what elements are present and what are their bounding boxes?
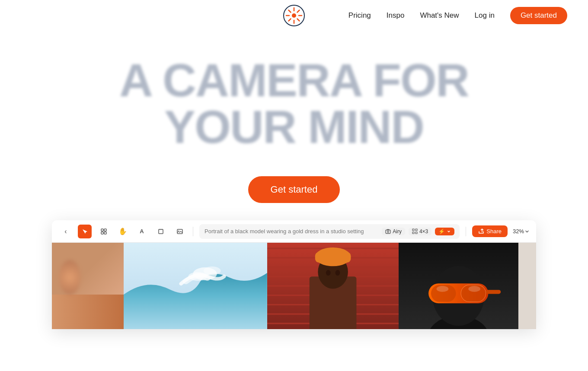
toolbar-divider-2	[466, 227, 466, 236]
nav-link-whats-new[interactable]: What's New	[420, 11, 459, 20]
svg-line-7	[297, 19, 300, 21]
svg-rect-51	[486, 290, 501, 294]
photo-cell-5	[518, 243, 536, 329]
svg-rect-22	[415, 232, 417, 234]
toolbar-share-button[interactable]: Share	[472, 225, 508, 237]
canvas-area	[52, 243, 536, 329]
toolbar-prompt-wrap: Airy 4×3 ⚡	[199, 224, 460, 239]
svg-rect-11	[104, 229, 106, 231]
svg-point-42	[335, 270, 340, 276]
toolbar-camera-label: Airy	[393, 228, 402, 235]
photo-strip	[52, 243, 536, 329]
svg-point-26	[188, 272, 207, 281]
svg-rect-20	[415, 229, 417, 231]
svg-point-18	[387, 231, 389, 233]
svg-point-25	[204, 266, 221, 275]
svg-rect-15	[177, 229, 182, 234]
toolbar: ‹ ✋ A	[52, 220, 536, 243]
toolbar-divider-1	[193, 227, 193, 236]
toolbar-camera-tag[interactable]: Airy	[382, 228, 405, 235]
hero-cta-button[interactable]: Get started	[248, 176, 340, 203]
toolbar-shape-tool[interactable]	[154, 225, 168, 238]
toolbar-pan-tool[interactable]: ✋	[116, 225, 130, 238]
svg-rect-13	[104, 232, 106, 234]
nav-link-pricing[interactable]: Pricing	[348, 11, 371, 20]
photo-cell-3	[267, 243, 399, 329]
hero-title: A CAMERA FOR YOUR MIND	[119, 57, 469, 150]
photo-cell-4	[399, 243, 518, 329]
photo-cell-1	[52, 243, 124, 329]
svg-line-9	[289, 19, 291, 21]
toolbar-image-tool[interactable]	[173, 225, 187, 238]
flash-icon: ⚡	[438, 228, 445, 235]
hero-title-line2: YOUR MIND	[164, 101, 424, 153]
nav-link-inspo[interactable]: Inspo	[387, 11, 405, 20]
photo-cell-2	[124, 243, 267, 329]
svg-rect-19	[412, 229, 414, 231]
toolbar-grid-label: 4×3	[419, 228, 428, 235]
toolbar-text-tool[interactable]: A	[135, 225, 149, 238]
share-label: Share	[486, 228, 502, 235]
svg-rect-21	[412, 232, 414, 234]
app-preview: ‹ ✋ A	[52, 220, 536, 329]
toolbar-generate-tag[interactable]: ⚡	[435, 228, 454, 235]
get-started-nav-button[interactable]: Get started	[510, 7, 567, 24]
svg-point-50	[468, 286, 480, 292]
nav-logo[interactable]	[283, 4, 305, 27]
svg-line-6	[289, 10, 291, 13]
svg-rect-17	[386, 230, 390, 234]
hero-section: A CAMERA FOR YOUR MIND Get started	[0, 31, 588, 220]
svg-point-49	[437, 286, 449, 292]
login-button[interactable]: Log in	[475, 11, 495, 20]
svg-rect-12	[101, 232, 103, 234]
svg-line-8	[297, 10, 300, 13]
toolbar-select-tool[interactable]	[78, 225, 92, 238]
svg-point-16	[179, 230, 179, 231]
svg-rect-40	[315, 252, 351, 263]
toolbar-back-button[interactable]: ‹	[59, 225, 73, 238]
toolbar-grid-tool[interactable]	[97, 225, 111, 238]
svg-point-1	[292, 13, 296, 18]
svg-point-41	[326, 270, 331, 276]
navbar: Pricing Inspo What's New Log in Get star…	[0, 0, 588, 31]
nav-links: Pricing Inspo What's New Log in Get star…	[348, 7, 567, 24]
hero-title-line1: A CAMERA FOR	[119, 54, 469, 106]
svg-rect-10	[101, 229, 103, 231]
toolbar-zoom-control[interactable]: 32%	[513, 228, 529, 235]
toolbar-prompt-input[interactable]	[205, 228, 378, 235]
toolbar-grid-tag[interactable]: 4×3	[409, 228, 431, 235]
zoom-label: 32%	[513, 228, 524, 235]
